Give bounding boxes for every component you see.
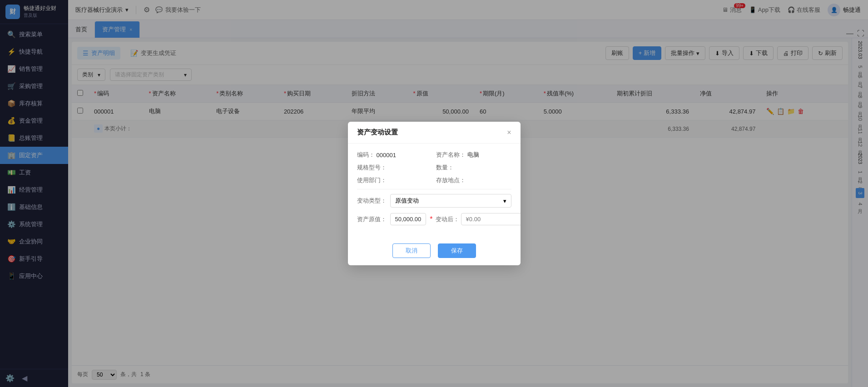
modal-dept-cell: 使用部门：	[357, 176, 432, 184]
modal-row-2: 规格型号： 数量：	[357, 164, 511, 172]
modal-spec-label: 规格型号：	[357, 164, 387, 172]
modal-after-field: * 变动后：	[430, 213, 520, 225]
modal-row-3: 使用部门： 存放地点：	[357, 176, 511, 184]
modal-header: 资产变动设置 ×	[348, 122, 521, 144]
modal-original-value-label: 资产原值：	[357, 215, 387, 223]
modal-change-type-label: 变动类型：	[357, 197, 387, 205]
modal-after-label: 变动后：	[436, 215, 459, 223]
modal-location-cell: 存放地点：	[436, 176, 511, 184]
modal-spec-cell: 规格型号：	[357, 164, 432, 172]
modal-code-label: 编码：	[357, 151, 375, 159]
modal-code-cell: 编码： 000001	[357, 151, 432, 159]
modal-quantity-label: 数量：	[436, 164, 454, 172]
modal-overlay: 资产变动设置 × 编码： 000001 资产名称： 电脑 规格型号：	[0, 0, 868, 387]
modal-location-label: 存放地点：	[436, 176, 466, 184]
modal-change-type-row: 变动类型： 原值变动 ▾	[357, 194, 511, 208]
modal-change-type-chevron: ▾	[503, 198, 506, 204]
required-star: *	[430, 215, 432, 223]
modal-change-type-select[interactable]: 原值变动 ▾	[390, 194, 511, 208]
modal-value-row: 资产原值： 50,000.00 * 变动后：	[357, 213, 511, 225]
change-settings-modal: 资产变动设置 × 编码： 000001 资产名称： 电脑 规格型号：	[348, 122, 521, 265]
modal-row-1: 编码： 000001 资产名称： 电脑	[357, 151, 511, 159]
modal-original-value-value: 50,000.00	[395, 216, 422, 223]
modal-dept-label: 使用部门：	[357, 176, 387, 184]
cancel-button[interactable]: 取消	[392, 243, 431, 258]
modal-original-value-display: 50,000.00	[390, 213, 427, 225]
modal-body: 编码： 000001 资产名称： 电脑 规格型号： 数量：	[348, 144, 521, 238]
modal-after-input[interactable]	[461, 213, 521, 225]
modal-name-value: 电脑	[467, 151, 479, 159]
modal-title: 资产变动设置	[357, 128, 398, 137]
modal-code-value: 000001	[377, 152, 396, 159]
modal-name-label: 资产名称：	[436, 151, 466, 159]
modal-footer: 取消 保存	[348, 238, 521, 265]
modal-quantity-cell: 数量：	[436, 164, 511, 172]
modal-name-cell: 资产名称： 电脑	[436, 151, 511, 159]
modal-divider	[357, 189, 511, 189]
modal-close-button[interactable]: ×	[507, 129, 511, 137]
save-button[interactable]: 保存	[438, 243, 476, 258]
modal-change-type-value: 原值变动	[395, 197, 419, 205]
